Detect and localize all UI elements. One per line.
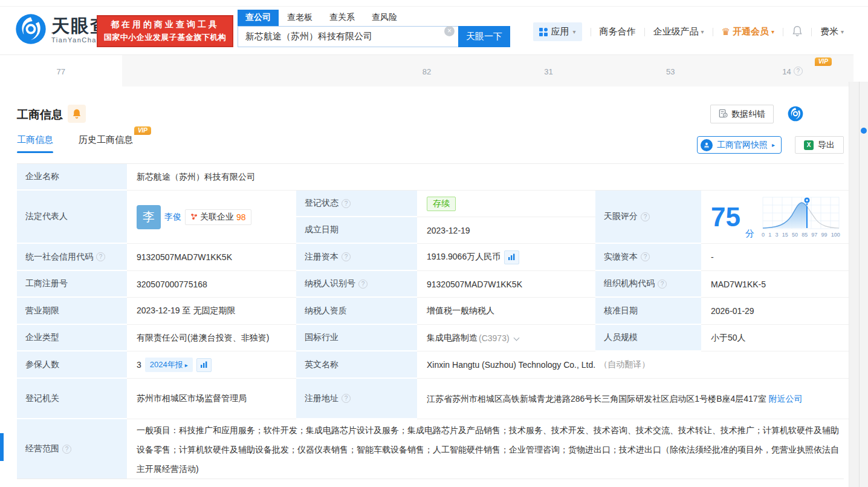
taxpayer-id-value: 91320507MAD7W1KK5K xyxy=(417,271,595,298)
search-tab-boss[interactable]: 查老板 xyxy=(279,10,321,26)
insured-chart-icon[interactable] xyxy=(196,358,212,372)
help-icon[interactable]: ? xyxy=(358,279,368,289)
help-icon[interactable]: ? xyxy=(641,212,650,221)
reg-number-value: 320507000775168 xyxy=(127,271,296,298)
establish-date-label: 成立日期 xyxy=(296,217,417,244)
export-label: 导出 xyxy=(818,140,835,151)
paid-capital-value: - xyxy=(701,244,850,271)
subtab-business-registration[interactable]: 工商信息 xyxy=(17,134,53,153)
apps-grid-icon xyxy=(539,28,548,36)
tab-history-info[interactable]: VIP 历史信息14 ? xyxy=(731,55,853,87)
staff-size-value: 小于50人 xyxy=(701,325,850,351)
header: 天眼查 TianYanCha.com 都在用的商业查询工具 国家中小企业发展子基… xyxy=(0,7,868,54)
divider xyxy=(591,28,591,36)
help-icon[interactable]: ? xyxy=(342,199,351,208)
taxpayer-quali-value: 增值税一般纳税人 xyxy=(417,298,595,325)
legal-rep-value: 李 李俊 关联企业 98 xyxy=(127,191,296,244)
help-icon[interactable]: ? xyxy=(342,252,351,261)
legal-rep-link[interactable]: 李俊 xyxy=(164,212,181,223)
company-name-value: 新芯航途（苏州）科技有限公司 xyxy=(127,164,850,191)
nearby-companies-link[interactable]: 附近公司 xyxy=(769,394,803,404)
left-scroll-marker xyxy=(0,433,4,461)
registered-address-label: 注册地址? xyxy=(296,379,417,419)
org-code-value: MAD7W1KK-5 xyxy=(701,271,850,298)
tab-intellectual-property[interactable]: 知识产权53 xyxy=(609,55,731,87)
registered-address-value: 江苏省苏州市相城区高铁新城青龙港路286号长三角国际研发社区启动区1号楼B座4层… xyxy=(417,379,850,419)
divider xyxy=(811,28,812,36)
approval-date-value: 2026-01-29 xyxy=(701,298,850,325)
help-icon[interactable]: ? xyxy=(794,67,803,76)
tab-company-development[interactable]: 公司发展31 xyxy=(488,55,610,87)
status-badge: 存续 xyxy=(427,197,456,211)
related-graph-icon xyxy=(190,212,198,222)
avatar[interactable]: 李 xyxy=(137,205,161,229)
subtab-history-registration[interactable]: 历史工商信息 VIP xyxy=(79,134,133,153)
legal-rep-label: 法定代表人 xyxy=(17,191,127,244)
related-companies-badge[interactable]: 关联企业 98 xyxy=(185,209,251,225)
export-button[interactable]: X 导出 xyxy=(795,136,844,154)
reg-number-label: 工商注册号 xyxy=(17,271,127,298)
search-tab-company[interactable]: 查公司 xyxy=(238,10,279,26)
annual-report-badge[interactable]: 2024年报 ▸ xyxy=(145,358,193,372)
expand-chevron-icon[interactable] xyxy=(513,335,519,341)
correction-icon xyxy=(719,109,728,120)
chevron-down-icon: ▾ xyxy=(771,28,774,35)
rail-indicator-dot[interactable] xyxy=(861,128,867,134)
reg-status-label: 登记状态 ? xyxy=(296,191,417,217)
tab-business-info[interactable]: 经营信息82 xyxy=(366,55,488,87)
official-snapshot-button[interactable]: 工商官网快照 ▸ xyxy=(697,136,782,154)
english-name-value: Xinxin Hangtu (Suzhou) Technology Co., L… xyxy=(417,351,850,379)
business-term-value: 2023-12-19 至 无固定期限 xyxy=(127,298,296,325)
company-name-label: 企业名称 xyxy=(17,164,127,191)
tianyancha-swirl-icon xyxy=(788,106,803,124)
excel-icon: X xyxy=(804,140,814,150)
username: 费米 xyxy=(820,26,838,38)
search-tab-risk[interactable]: 查风险 xyxy=(363,10,406,26)
divider xyxy=(644,28,645,36)
paid-capital-label: 实缴资本? xyxy=(595,244,701,271)
rail-divider xyxy=(859,82,860,487)
tab-basic-info[interactable]: 基本信息77 xyxy=(0,55,122,87)
chevron-down-icon: ▾ xyxy=(701,28,704,35)
chevron-down-icon: ▾ xyxy=(841,28,844,35)
help-icon[interactable]: ? xyxy=(62,445,71,454)
search-tab-relation[interactable]: 查关系 xyxy=(321,10,363,26)
score-distribution-chart: 0131550859799100 xyxy=(762,196,840,238)
menu-enterprise[interactable]: 企业级产品 ▾ xyxy=(653,26,704,38)
open-vip-menu[interactable]: ♛ 开通会员 ▾ xyxy=(722,26,774,38)
clear-search-icon[interactable]: × xyxy=(444,26,455,36)
help-icon[interactable]: ? xyxy=(641,252,650,261)
score-label: 天眼评分 ? xyxy=(595,191,701,244)
monitor-bell-icon[interactable] xyxy=(68,105,86,123)
insured-count-label: 参保人数 xyxy=(17,351,127,379)
search-button[interactable]: 天眼一下 xyxy=(458,26,510,47)
user-menu[interactable]: 费米 ▾ xyxy=(820,26,844,38)
data-correction-button[interactable]: 数据纠错 xyxy=(710,105,774,123)
notification-bell-icon[interactable] xyxy=(792,25,803,39)
company-type-label: 企业类型 xyxy=(17,325,127,351)
correction-label: 数据纠错 xyxy=(731,109,765,120)
apps-menu[interactable]: 应用 ▾ xyxy=(533,22,582,41)
open-vip-label: 开通会员 xyxy=(733,26,769,38)
approval-date-label: 核准日期 xyxy=(595,298,701,325)
menu-cooperation[interactable]: 商务合作 xyxy=(600,26,636,38)
credit-code-label: 统一社会信用代码? xyxy=(17,244,127,271)
apps-label: 应用 xyxy=(551,26,569,38)
help-icon[interactable]: ? xyxy=(342,394,351,403)
divider xyxy=(783,28,783,36)
search-area: 查公司 查老板 查关系 查风险 天眼一下 xyxy=(238,9,510,47)
snapshot-label: 工商官网快照 xyxy=(717,140,768,151)
promo-line1: 都在用的商业查询工具 xyxy=(111,19,219,30)
registered-capital-value: 1919.9066万人民币 xyxy=(417,244,595,271)
tab-legal-proceedings[interactable]: 法律诉讼 xyxy=(122,55,244,87)
help-icon[interactable]: ? xyxy=(96,252,105,261)
search-input[interactable] xyxy=(238,26,458,47)
registration-authority-label: 登记机关 xyxy=(17,379,127,419)
capital-chart-icon[interactable] xyxy=(504,250,519,264)
industry-label: 国标行业 xyxy=(296,325,417,351)
score-value: 75 分 xyxy=(701,191,850,244)
help-icon[interactable]: ? xyxy=(658,279,667,289)
tab-operational-risk[interactable]: 经营风险 xyxy=(244,55,366,87)
english-name-label: 英文名称 xyxy=(296,351,417,379)
search-tabs: 查公司 查老板 查关系 查风险 xyxy=(238,9,510,26)
